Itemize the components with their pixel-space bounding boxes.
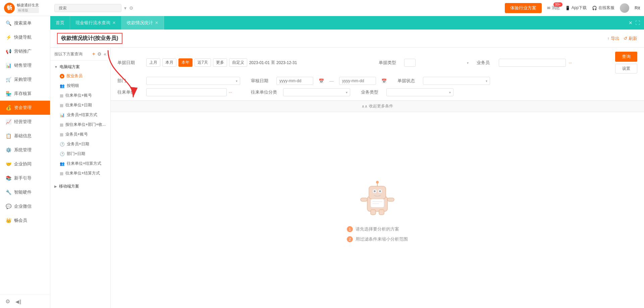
scheme-add-btn[interactable]: +: [92, 51, 95, 57]
partner-settle2-icon: ▦: [60, 171, 63, 176]
salesman-select[interactable]: [499, 59, 566, 67]
sidebar-settings-btn[interactable]: ⚙: [5, 298, 10, 305]
sidebar-item-guide[interactable]: 📚 新手引导: [0, 171, 50, 185]
collapse-button[interactable]: ∧∧ 收起更多条件: [362, 103, 393, 109]
sidebar-item-member[interactable]: 👑 畅会员: [0, 213, 50, 227]
doc-status-select[interactable]: [423, 77, 490, 85]
scheme-item-partner-settle1[interactable]: 👥 往来单位+结算方式: [50, 159, 110, 168]
sidebar-item-inventory[interactable]: 🏪 库存核算: [0, 87, 50, 101]
mobile-section-title[interactable]: ▶ 移动端方案: [50, 182, 110, 191]
partner-cat-label: 往来单位分类: [251, 89, 278, 95]
header-search: ▾ ⚙: [54, 4, 505, 12]
partner-cat-select[interactable]: [283, 88, 350, 96]
scheme-item-detail[interactable]: 👥 按明细: [50, 81, 110, 91]
sidebar-item-finance[interactable]: 💰 资金管理: [0, 101, 50, 115]
sidebar-collapse-btn[interactable]: ◀‖: [15, 299, 21, 304]
dept-select[interactable]: [146, 77, 240, 85]
tab-cashflow-close[interactable]: ✕: [112, 20, 116, 25]
refresh-button[interactable]: ↺ 刷新: [624, 36, 637, 42]
sidebar-item-search[interactable]: 🔍 搜索菜单: [0, 16, 50, 30]
query-button[interactable]: 查询: [615, 52, 637, 62]
partner-more-btn[interactable]: ···: [229, 90, 232, 95]
salesman-more-btn[interactable]: ···: [569, 60, 572, 65]
tab-close-window-btn[interactable]: ✕: [629, 20, 633, 25]
scheme-item-label-8: 部门+日期: [67, 151, 85, 157]
sidebar-label-operation: 经营管理: [14, 119, 32, 125]
scheme-item-salesman-settle[interactable]: 📊 业务员+结算方式: [50, 110, 110, 120]
app-download-item[interactable]: 📱 App下载: [565, 5, 587, 11]
date-btn-more[interactable]: 更多: [213, 58, 227, 67]
detail-item-icon: 👥: [60, 84, 65, 88]
scheme-collapse-btn[interactable]: «: [104, 51, 106, 57]
tab-receipt-close[interactable]: ✕: [155, 20, 158, 25]
scheme-settings-btn[interactable]: ⚙: [97, 51, 102, 57]
salesman-account-icon: ▦: [60, 132, 63, 137]
scheme-item-salesman[interactable]: ● 按业务员: [50, 71, 110, 81]
calendar-icon-to[interactable]: 📅: [381, 79, 387, 84]
biz-type-select[interactable]: [386, 88, 453, 96]
calendar-icon-from[interactable]: 📅: [319, 79, 324, 84]
sidebar-item-collab[interactable]: 🤝 企业协同: [0, 157, 50, 171]
desktop-arrow-icon: ▼: [54, 65, 58, 69]
header-dropdown-icon[interactable]: ▾: [124, 5, 126, 11]
online-service-item[interactable]: 🎧 在线客服: [592, 5, 614, 11]
scheme-item-partner-date[interactable]: ▦ 往来单位+日期: [50, 100, 110, 110]
sidebar-item-hardware[interactable]: 🔧 智能硬件: [0, 185, 50, 199]
date-btn-this-year[interactable]: 本年: [178, 58, 193, 67]
partner-dept-icon: ▦: [60, 122, 63, 127]
header-search-input[interactable]: [54, 4, 121, 12]
date-btn-custom[interactable]: 自定义: [229, 58, 247, 67]
doc-status-select-wrap: [423, 77, 490, 85]
trial-button[interactable]: 体验行业方案: [505, 3, 542, 13]
scheme-item-partner-settle2[interactable]: ▦ 往来单位+结算方式: [50, 168, 110, 178]
sidebar-item-sales[interactable]: 📊 销售管理: [0, 58, 50, 72]
tab-home[interactable]: 首页: [50, 16, 70, 30]
desktop-scheme-section: ▼ 电脑端方案 ● 按业务员 👥 按明细 ▦ 往来单位+账号 ▦ 往来单: [50, 61, 110, 180]
edition-badge: 标准版: [17, 8, 39, 13]
sidebar-item-marketing[interactable]: 📢 营销推广: [0, 44, 50, 58]
date-btn-7days[interactable]: 近7天: [195, 58, 211, 67]
sidebar-label-basic: 基础信息: [14, 133, 32, 139]
scheme-item-label-6: 业务员+账号: [65, 132, 88, 137]
sidebar-item-operation[interactable]: 📈 经营管理: [0, 115, 50, 129]
date-label: 单据日期: [117, 60, 141, 66]
scheme-item-dept-date[interactable]: 🕐 部门+日期: [50, 149, 110, 159]
sidebar-item-purchase[interactable]: 🛒 采购管理: [0, 72, 50, 87]
scheme-item-salesman-date[interactable]: 🕐 业务员+日期: [50, 139, 110, 149]
sidebar-label-collab: 企业协同: [14, 161, 32, 167]
partner-input[interactable]: [146, 88, 227, 96]
scheme-item-partner-account[interactable]: ▦ 往来单位+账号: [50, 91, 110, 100]
sidebar-item-weixin[interactable]: 💬 企业微信: [0, 199, 50, 213]
operation-icon: 📈: [5, 119, 11, 125]
desktop-section-title[interactable]: ▼ 电脑端方案: [50, 63, 110, 71]
sidebar-label-system: 系统管理: [14, 147, 32, 153]
header-settings-icon[interactable]: ⚙: [129, 5, 133, 11]
export-button[interactable]: ↑ 导出: [607, 36, 620, 42]
review-date-to[interactable]: [339, 77, 376, 85]
sidebar-item-system[interactable]: ⚙️ 系统管理: [0, 143, 50, 157]
settings-button[interactable]: 设置: [615, 64, 637, 73]
review-date-from[interactable]: [276, 77, 313, 85]
doc-type-select[interactable]: [404, 59, 416, 67]
tab-cashflow[interactable]: 现金银行流水查询 ✕: [70, 16, 121, 30]
desktop-section-label: 电脑端方案: [60, 64, 80, 70]
sidebar-item-basic[interactable]: 📋 基础信息: [0, 129, 50, 143]
logo-icon: 畅: [4, 3, 15, 13]
date-btn-this-month[interactable]: 本月: [162, 58, 176, 67]
data-area: 1 请先选择要分析的方案 2 用过滤条件来缩小分析范围: [111, 112, 644, 308]
tip-text-2: 用过滤条件来缩小分析范围: [356, 236, 408, 242]
tab-maximize-btn[interactable]: ⛶: [635, 20, 640, 25]
message-icon: ✉: [547, 6, 550, 10]
date-range-display: 2023-01-01 至 2023-12-31: [249, 60, 297, 65]
sidebar-item-quicknav[interactable]: ⚡ 快捷导航: [0, 30, 50, 44]
scheme-item-salesman-account[interactable]: ▦ 业务员+账号: [50, 130, 110, 139]
scheme-item-partner-dept[interactable]: ▦ 按往来单位+部门+收...: [50, 120, 110, 130]
sidebar-label-search: 搜索菜单: [14, 20, 32, 26]
scheme-item-label-4: 业务员+结算方式: [67, 112, 97, 118]
partner-settle1-icon: 👥: [60, 161, 65, 166]
user-avatar[interactable]: [620, 3, 629, 13]
tab-receipt[interactable]: 收款情况统计 ✕: [121, 16, 164, 30]
message-item[interactable]: ✉ 消息 99+: [547, 5, 560, 11]
salesman-date-icon: 🕐: [60, 142, 65, 147]
date-btn-last-month[interactable]: 上月: [146, 58, 160, 67]
